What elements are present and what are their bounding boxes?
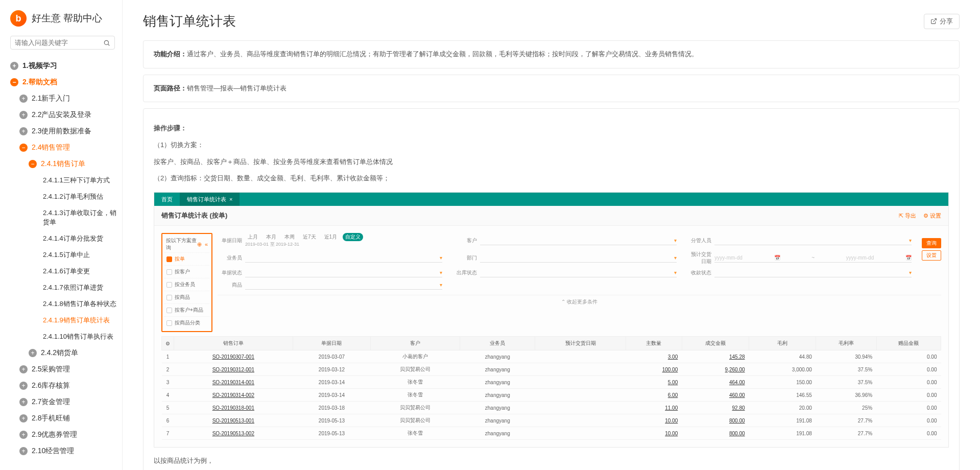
- nav-2-4-1-7[interactable]: 2.4.1.7依照订单进货: [10, 279, 122, 296]
- main-content: 销售订单统计表 分享 功能介绍：通过客户、业务员、商品等维度查询销售订单的明细汇…: [123, 0, 980, 470]
- search-input[interactable]: [15, 39, 103, 46]
- ss-title: 销售订单统计表 (按单): [161, 211, 227, 220]
- plus-icon: +: [19, 431, 28, 439]
- svg-line-1: [108, 44, 110, 45]
- nav-2-4-1-9[interactable]: 2.4.1.9销售订单统计表: [10, 312, 122, 328]
- intro-card: 功能介绍：通过客户、业务员、商品等维度查询销售订单的明细汇总情况；有助于管理者了…: [143, 40, 960, 68]
- share-icon: [930, 18, 937, 25]
- plus-icon: +: [19, 447, 28, 455]
- nav-2-4-1-5[interactable]: 2.4.1.5订单中止: [10, 247, 122, 263]
- plus-icon: +: [19, 111, 28, 119]
- ss-scheme-item: 按客户+商品: [164, 303, 209, 316]
- plus-icon: +: [19, 398, 28, 406]
- ss-setting-btn: 设置: [922, 250, 941, 261]
- plus-icon: +: [19, 414, 28, 422]
- plus-icon: +: [10, 62, 18, 70]
- nav-2-4-2[interactable]: +2.4.2销货单: [10, 345, 122, 361]
- nav-2-4[interactable]: −2.4销售管理: [10, 139, 122, 156]
- ss-tab-report: 销售订单统计表: [180, 193, 240, 206]
- ss-tab-home: 首页: [154, 193, 180, 206]
- plus-icon: +: [19, 365, 28, 373]
- search-icon: [103, 39, 110, 46]
- svg-line-2: [933, 19, 936, 22]
- nav-2-10[interactable]: +2.10经营管理: [10, 443, 122, 459]
- plus-icon: ⊕: [197, 241, 202, 248]
- nav-2-4-1-2[interactable]: 2.4.1.2订单毛利预估: [10, 189, 122, 205]
- plus-icon: +: [19, 95, 28, 103]
- plus-icon: +: [29, 349, 37, 357]
- minus-icon: −: [19, 144, 28, 152]
- nav-2-5[interactable]: +2.5采购管理: [10, 361, 122, 378]
- page-title: 销售订单统计表: [143, 12, 236, 30]
- nav-2-1[interactable]: +2.1新手入门: [10, 90, 122, 107]
- brand-logo: b: [10, 10, 27, 27]
- nav-2-8[interactable]: +2.8手机旺铺: [10, 410, 122, 427]
- plus-icon: +: [19, 382, 28, 390]
- nav-2-7[interactable]: +2.7资金管理: [10, 394, 122, 410]
- ss-table: ⚙销售订单单据日期客户业务员预计交货日期主数量成交金额毛利毛利率赠品金额 1SO…: [161, 336, 941, 440]
- nav-2-2[interactable]: +2.2产品安装及登录: [10, 107, 122, 123]
- ss-collapse: ⌃ 收起更多条件: [218, 295, 941, 309]
- ss-scheme-item: 按商品: [164, 291, 209, 303]
- ss-query-btn: 查询: [922, 238, 941, 248]
- screenshot-1: 首页 销售订单统计表 销售订单统计表 (按单) ⇱ 导出 ⚙ 设置 按以下方案查…: [154, 192, 949, 448]
- collapse-icon: «: [205, 241, 208, 248]
- nav-2-4-1-8[interactable]: 2.4.1.8销售订单各种状态: [10, 296, 122, 312]
- nav-2-4-1-6[interactable]: 2.4.1.6订单变更: [10, 263, 122, 279]
- steps-block: 操作步骤： （1）切换方案： 按客户、按商品、按客户＋商品、按单、按业务员等维度…: [143, 108, 960, 470]
- nav-2-4-1[interactable]: −2.4.1销售订单: [10, 156, 122, 172]
- ss-scheme-item: 按商品分类: [164, 316, 209, 329]
- brand: b 好生意 帮助中心: [10, 10, 122, 27]
- nav-2-3[interactable]: +2.3使用前数据准备: [10, 123, 122, 139]
- ss-export: ⇱ 导出: [899, 212, 916, 220]
- ss-scheme-item: 按客户: [164, 265, 209, 278]
- path-card: 页面路径：销售管理—报表—销售订单统计表: [143, 75, 960, 103]
- nav-help-docs[interactable]: −2.帮助文档: [10, 74, 122, 90]
- nav-video-learning[interactable]: +1.视频学习: [10, 58, 122, 74]
- nav-2-6[interactable]: +2.6库存核算: [10, 378, 122, 394]
- sidebar: b 好生意 帮助中心 +1.视频学习 −2.帮助文档 +2.1新手入门 +2.2…: [0, 0, 123, 470]
- search-box[interactable]: [10, 36, 115, 50]
- minus-icon: −: [29, 160, 37, 168]
- nav-2-9[interactable]: +2.9优惠券管理: [10, 427, 122, 443]
- nav-2-4-1-10[interactable]: 2.4.1.10销售订单执行表: [10, 328, 122, 345]
- ss-scheme-box: 按以下方案查询⊕« 按单按客户按业务员按商品按客户+商品按商品分类: [161, 233, 212, 332]
- plus-icon: +: [19, 127, 28, 135]
- share-button[interactable]: 分享: [924, 14, 960, 29]
- minus-icon: −: [10, 78, 18, 86]
- ss-setting: ⚙ 设置: [923, 212, 941, 220]
- nav-2-4-1-1[interactable]: 2.4.1.1三种下订单方式: [10, 172, 122, 189]
- ss-scheme-item: 按单: [164, 252, 209, 265]
- svg-point-0: [104, 40, 108, 44]
- nav-2-4-1-3[interactable]: 2.4.1.3订单收取订金，销货单: [10, 205, 122, 230]
- nav-2-4-1-4[interactable]: 2.4.1.4订单分批发货: [10, 230, 122, 247]
- ss-scheme-item: 按业务员: [164, 278, 209, 291]
- brand-title: 好生意 帮助中心: [32, 12, 102, 25]
